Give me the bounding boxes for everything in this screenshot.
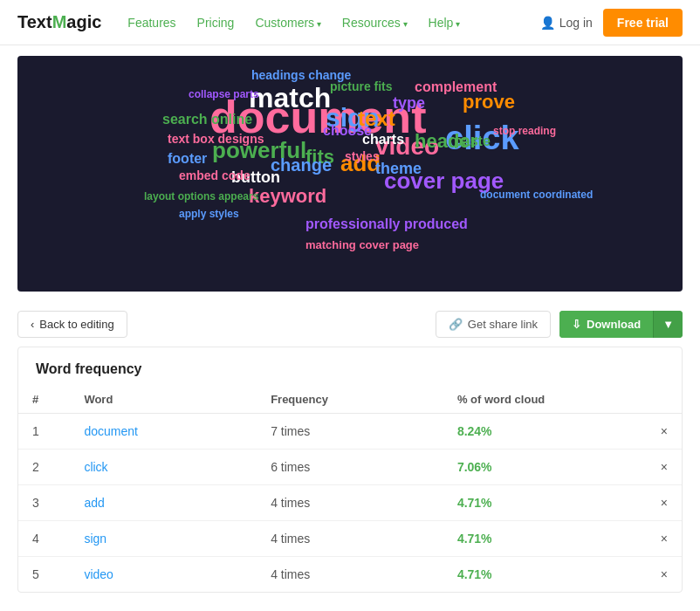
row-percent: 4.71% <box>443 521 630 557</box>
row-percent: 4.71% <box>443 557 630 593</box>
word-frequency-section: Word frequency # Word Frequency % of wor… <box>17 347 683 593</box>
word-cloud-word: footer <box>168 152 207 166</box>
word-cloud-word: embed code <box>179 169 250 182</box>
remove-word-button[interactable]: × <box>630 557 682 593</box>
word-link[interactable]: sign <box>84 532 106 546</box>
col-header-action <box>630 386 682 414</box>
row-num: 5 <box>18 557 70 593</box>
remove-word-button[interactable]: × <box>630 485 682 521</box>
row-num: 2 <box>18 450 70 485</box>
word-cloud-word: professionally produced <box>305 217 468 231</box>
word-cloud-word: document coordinated <box>480 189 593 200</box>
row-percent: 7.06% <box>443 450 630 485</box>
chevron-left-icon: ‹ <box>31 318 34 331</box>
row-frequency: 4 times <box>257 521 443 557</box>
frequency-title: Word frequency <box>18 347 682 386</box>
word-cloud-word: collapse parts <box>189 89 259 100</box>
word-cloud-word: apply styles <box>179 209 239 219</box>
row-word: video <box>70 557 257 593</box>
main-content: documentclickmatchvideosigncover pagekey… <box>0 56 700 593</box>
table-row: 5 video 4 times 4.71% × <box>18 557 682 593</box>
free-trial-button[interactable]: Free trial <box>603 9 683 37</box>
login-label: Log in <box>559 16 593 30</box>
header: TextMagic Features Pricing Customers Res… <box>0 0 700 45</box>
download-dropdown-button[interactable]: ▼ <box>653 311 683 338</box>
get-share-link-button[interactable]: 🔗 Get share link <box>436 311 551 338</box>
toolbar-right: 🔗 Get share link ⇩ Download ▼ <box>436 311 683 338</box>
person-icon: 👤 <box>540 16 555 30</box>
word-cloud-word: headings change <box>251 69 351 81</box>
download-label: Download <box>587 318 641 331</box>
table-row: 2 click 6 times 7.06% × <box>18 450 682 485</box>
chevron-down-icon: ▼ <box>662 318 674 331</box>
col-header-frequency: Frequency <box>257 386 443 414</box>
back-to-editing-button[interactable]: ‹ Back to editing <box>17 311 127 338</box>
word-cloud-word: complement <box>415 80 497 94</box>
download-button[interactable]: ⇩ Download <box>559 311 653 338</box>
word-cloud-word: matching cover page <box>305 239 419 251</box>
row-frequency: 4 times <box>257 485 443 521</box>
nav-pricing[interactable]: Pricing <box>197 16 235 30</box>
col-header-percent: % of word cloud <box>443 386 630 414</box>
logo[interactable]: TextMagic <box>17 12 101 32</box>
toolbar: ‹ Back to editing 🔗 Get share link ⇩ Dow… <box>0 302 700 347</box>
logo-text: TextMagic <box>17 12 101 32</box>
share-label: Get share link <box>468 318 538 331</box>
word-link[interactable]: document <box>84 424 137 438</box>
col-header-num: # <box>18 386 70 414</box>
word-link[interactable]: video <box>84 567 113 581</box>
row-num: 1 <box>18 414 70 450</box>
main-nav: Features Pricing Customers Resources Hel… <box>127 16 539 30</box>
word-cloud-word: match <box>249 84 331 112</box>
nav-resources[interactable]: Resources <box>342 16 408 30</box>
download-button-group: ⇩ Download ▼ <box>559 311 683 338</box>
row-word: document <box>70 414 257 450</box>
row-frequency: 7 times <box>257 414 443 450</box>
nav-customers[interactable]: Customers <box>255 16 320 30</box>
word-cloud-word: prove <box>463 93 515 112</box>
word-cloud-word: choose <box>323 124 372 138</box>
row-num: 4 <box>18 521 70 557</box>
link-icon: 🔗 <box>449 318 463 331</box>
frequency-table: # Word Frequency % of word cloud 1 docum… <box>18 386 682 592</box>
remove-word-button[interactable]: × <box>630 450 682 485</box>
word-cloud-word: type <box>393 95 425 111</box>
frequency-table-body: 1 document 7 times 8.24% × 2 click 6 tim… <box>18 414 682 593</box>
back-label: Back to editing <box>39 318 113 331</box>
row-num: 3 <box>18 485 70 521</box>
row-frequency: 4 times <box>257 557 443 593</box>
word-cloud-word: text box designs <box>168 133 264 145</box>
word-cloud-word: layout options appears <box>144 191 258 202</box>
row-word: sign <box>70 521 257 557</box>
remove-word-button[interactable]: × <box>630 414 682 450</box>
row-word: add <box>70 485 257 521</box>
table-row: 4 sign 4 times 4.71% × <box>18 521 682 557</box>
word-cloud-word: picture fits <box>330 80 393 93</box>
header-right: 👤 Log in Free trial <box>540 9 683 37</box>
word-cloud-word: stop reading <box>493 126 556 136</box>
word-cloud-word: theme <box>375 161 422 176</box>
download-icon: ⇩ <box>572 318 581 331</box>
word-cloud-word: paste <box>454 134 491 148</box>
table-row: 1 document 7 times 8.24% × <box>18 414 682 450</box>
col-header-word: Word <box>70 386 257 414</box>
word-cloud-container: documentclickmatchvideosigncover pagekey… <box>17 56 683 292</box>
row-word: click <box>70 450 257 485</box>
table-header-row: # Word Frequency % of word cloud <box>18 386 682 414</box>
login-button[interactable]: 👤 Log in <box>540 16 593 30</box>
word-cloud-word: search online <box>162 113 252 127</box>
word-cloud-word: styles <box>345 150 380 162</box>
row-percent: 4.71% <box>443 485 630 521</box>
nav-help[interactable]: Help <box>429 16 461 30</box>
word-link[interactable]: click <box>84 460 107 474</box>
row-percent: 8.24% <box>443 414 630 450</box>
word-cloud-word: keyword <box>249 187 326 206</box>
nav-features[interactable]: Features <box>127 16 175 30</box>
word-link[interactable]: add <box>84 496 104 510</box>
word-cloud: documentclickmatchvideosigncover pagekey… <box>17 56 683 292</box>
table-row: 3 add 4 times 4.71% × <box>18 485 682 521</box>
remove-word-button[interactable]: × <box>630 521 682 557</box>
row-frequency: 6 times <box>257 450 443 485</box>
